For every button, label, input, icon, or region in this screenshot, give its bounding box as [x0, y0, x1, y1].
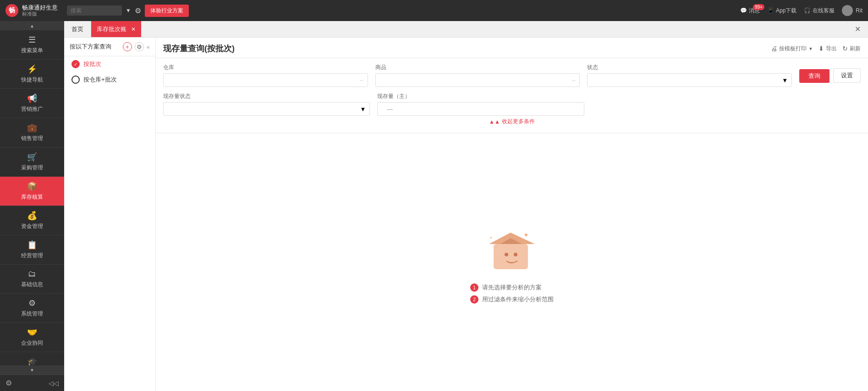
app-title: 畅康通好生意: [22, 4, 58, 11]
inventory-status-field: 现存量状态 ▼: [163, 92, 370, 116]
sidebar-item-search[interactable]: ☰ 搜索菜单: [0, 30, 64, 60]
gear-small-icon: ⚙: [137, 43, 142, 50]
settings-icon[interactable]: ⚙: [135, 6, 141, 15]
sidebar-item-label: 销售管理: [21, 135, 43, 142]
chevron-down-icon: ▼: [360, 106, 366, 113]
filter-add-button[interactable]: +: [123, 42, 132, 51]
sidebar-item-label: 经营管理: [21, 252, 43, 260]
online-service-button[interactable]: 🎧 在线客服: [804, 7, 835, 15]
message-badge: 99+: [753, 4, 764, 10]
sidebar-scroll-down[interactable]: ▼: [0, 365, 64, 375]
page-title: 现存量查询(按批次): [163, 43, 235, 54]
topbar-right: 💬 消息 99+ 📱 App下载 🎧 在线客服 Rit: [740, 5, 863, 16]
sidebar-item-basic[interactable]: 🗂 基础信息: [0, 265, 64, 293]
headset-icon: 🎧: [804, 7, 811, 14]
search-actions: 查询 设置: [799, 68, 861, 83]
inventory-status-input[interactable]: ▼: [163, 102, 370, 116]
app-download-label: App下载: [776, 7, 797, 15]
enterprise-icon: 🤝: [27, 327, 37, 337]
sidebar-item-finance[interactable]: 💰 资金管理: [0, 206, 64, 235]
product-input[interactable]: ···: [375, 73, 580, 87]
status-dropdown[interactable]: ▼: [591, 77, 788, 84]
inventory-icon: 📦: [27, 181, 37, 191]
tab-home[interactable]: 首页: [64, 21, 91, 37]
warehouse-more-icon[interactable]: ···: [360, 77, 364, 83]
user-name: Rit: [856, 7, 863, 14]
sidebar-scroll-up[interactable]: ▲: [0, 21, 64, 30]
topbar-dropdown[interactable]: ▼: [126, 7, 131, 14]
product-more-icon[interactable]: ···: [571, 77, 576, 83]
sidebar-item-guide[interactable]: 🎓 新手引导: [0, 352, 64, 365]
filter-item-by-warehouse-batch[interactable]: 按仓库+批次: [64, 72, 155, 87]
print-label: 按模板打印: [779, 45, 807, 53]
online-service-label: 在线客服: [813, 7, 835, 15]
status-input[interactable]: ▼: [587, 73, 792, 87]
lightning-icon: ⚡: [27, 64, 37, 74]
empty-tip-1: 1 请先选择要分析的方案: [470, 283, 554, 292]
print-dropdown-icon[interactable]: ▼: [808, 46, 813, 51]
refresh-button[interactable]: ↻ 刷新: [842, 45, 861, 53]
export-icon: ⬇: [819, 45, 824, 52]
filter-collapse-button[interactable]: «: [147, 43, 150, 50]
system-icon: ⚙: [28, 298, 36, 308]
sidebar-item-quick-nav[interactable]: ⚡ 快捷导航: [0, 60, 64, 89]
export-button[interactable]: ⬇ 导出: [819, 45, 837, 53]
search-area: 仓库 ··· 商品 ···: [156, 58, 868, 133]
query-button[interactable]: 查询: [799, 69, 830, 83]
search-icon: ☰: [28, 35, 36, 45]
message-button[interactable]: 💬 消息 99+: [740, 7, 760, 15]
tab-close-icon[interactable]: ✕: [131, 26, 136, 33]
svg-rect-0: [494, 244, 528, 269]
column-settings-button[interactable]: 设置: [833, 68, 861, 83]
sidebar-gear-icon[interactable]: ⚙: [5, 379, 12, 387]
svg-point-3: [505, 253, 508, 256]
inventory-qty-input[interactable]: —: [377, 102, 584, 116]
filter-item-by-batch[interactable]: ✓ 按批次: [64, 56, 155, 72]
dash: —: [387, 106, 393, 113]
sidebar-item-inventory[interactable]: 📦 库存核算: [0, 177, 64, 206]
warehouse-label: 仓库: [163, 64, 368, 71]
sidebar-item-operations[interactable]: 📋 经营管理: [0, 235, 64, 265]
sidebar-item-system[interactable]: ⚙ 系统管理: [0, 293, 64, 323]
app-download-icon: 📱: [767, 7, 774, 14]
filter-settings-button[interactable]: ⚙: [135, 42, 144, 51]
tab-home-label: 首页: [71, 25, 83, 33]
warehouse-input[interactable]: ···: [163, 73, 368, 87]
topbar: 畅 畅康通好生意 标准版 ▼ ⚙ 体验行业方案 💬 消息 99+ 📱 App下载…: [0, 0, 868, 21]
tip-num-1: 1: [470, 283, 478, 292]
user-avatar-area[interactable]: Rit: [842, 5, 863, 16]
sidebar-item-marketing[interactable]: 📢 营销推广: [0, 89, 64, 118]
collapse-more-button[interactable]: ▲▲ 收起更多条件: [163, 116, 861, 127]
topbar-search-input[interactable]: [67, 5, 122, 16]
tip-2-text: 用过滤条件来缩小分析范围: [482, 295, 554, 304]
app-download-button[interactable]: 📱 App下载: [767, 7, 797, 15]
empty-tip-2: 2 用过滤条件来缩小分析范围: [470, 295, 554, 304]
sidebar-items: ☰ 搜索菜单 ⚡ 快捷导航 📢 营销推广 💼 销售管理 🛒 采购管理 📦 库: [0, 30, 64, 365]
page-header: 现存量查询(按批次) 🖨 按模板打印 ▼ ⬇ 导出 ↻: [156, 38, 868, 58]
sidebar-item-purchase[interactable]: 🛒 采购管理: [0, 147, 64, 177]
svg-text:✦: ✦: [489, 235, 493, 240]
inventory-qty-label: 现存量（主）: [377, 92, 584, 100]
sidebar-item-label: 基础信息: [21, 281, 43, 288]
tab-bar-close-button[interactable]: ✕: [847, 25, 868, 33]
sidebar-item-sales[interactable]: 💼 销售管理: [0, 118, 64, 147]
empty-illustration: ✦ ✦: [484, 221, 539, 276]
sidebar-item-label: 系统管理: [21, 310, 43, 318]
page-header-actions: 🖨 按模板打印 ▼ ⬇ 导出 ↻ 刷新: [771, 45, 861, 53]
empty-state: ✦ ✦ 1 请先选择要分析的方案 2 用过滤条件来缩小分析范围: [156, 133, 868, 391]
sidebar-collapse-icon[interactable]: ◁◁: [49, 380, 59, 387]
inventory-status-dropdown[interactable]: ▼: [167, 106, 366, 113]
content-area: 首页 库存批次账 ✕ ✕ 按以下方案查询 +: [64, 21, 868, 391]
sidebar: ▲ ☰ 搜索菜单 ⚡ 快捷导航 📢 营销推广 💼 销售管理 🛒 采购管理: [0, 21, 64, 391]
filter-panel-header: 按以下方案查询 + ⚙ «: [64, 38, 155, 56]
tab-batch-account-label: 库存批次账: [97, 25, 126, 33]
sidebar-item-label: 库存核算: [21, 193, 43, 201]
tab-batch-account[interactable]: 库存批次账 ✕: [91, 21, 141, 37]
print-button[interactable]: 🖨 按模板打印 ▼: [771, 45, 813, 53]
chevron-down-icon: ▼: [782, 77, 788, 84]
sidebar-item-enterprise[interactable]: 🤝 企业协同: [0, 323, 64, 352]
basic-icon: 🗂: [28, 269, 36, 279]
refresh-label: 刷新: [850, 45, 861, 53]
trial-button[interactable]: 体验行业方案: [145, 5, 189, 17]
status-label: 状态: [587, 64, 792, 71]
